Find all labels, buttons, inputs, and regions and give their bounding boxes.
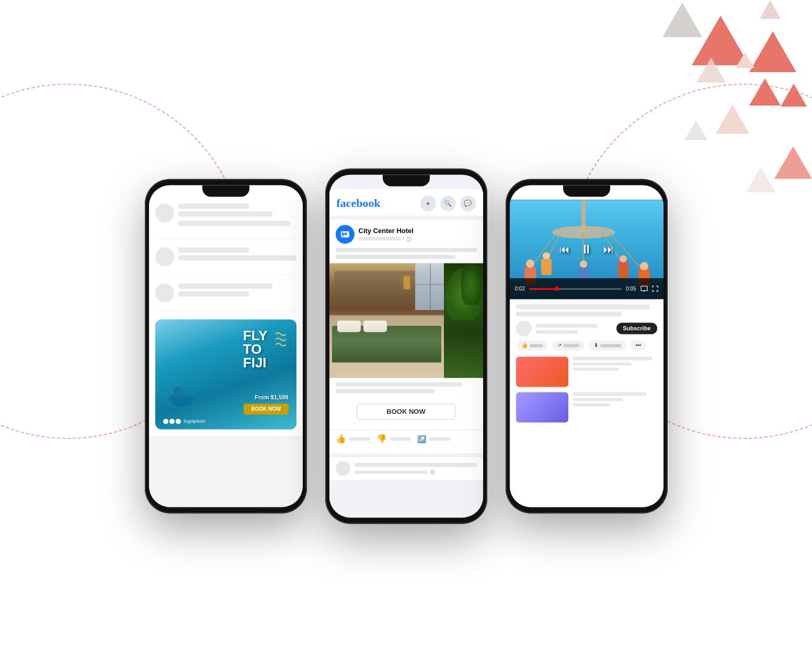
wave-decoration <box>273 329 289 355</box>
yt-progress-bar[interactable] <box>529 288 622 290</box>
fb-post-text <box>329 248 483 263</box>
fb-comment-send: ⊕ <box>430 469 435 475</box>
feed-content-2 <box>178 247 296 266</box>
yt-thumbnail-1 <box>516 356 568 387</box>
ad-text-block: FLYTOFIJI <box>243 329 268 369</box>
svg-point-31 <box>580 260 587 268</box>
fb-skeleton-time <box>359 237 401 240</box>
yt-screen-icon[interactable] <box>641 285 648 292</box>
fb-comment-avatar <box>336 461 350 476</box>
feed-content-1 <box>178 203 296 230</box>
feed-content-3 <box>178 283 296 302</box>
hotel-room-image <box>329 263 444 378</box>
share-icon[interactable]: ↗️ <box>417 435 426 443</box>
triangle-light-1 <box>760 0 781 19</box>
triangle-coral-large <box>692 16 749 65</box>
fb-comment-input: ⊕ <box>354 462 477 475</box>
center-phone-screen: facebook + 🔍 💬 City C <box>329 175 483 517</box>
yt-sugg-channel-1 <box>573 362 632 365</box>
fb-desc-2 <box>336 389 434 393</box>
feed-avatar-2 <box>155 247 174 266</box>
yt-share-pill[interactable]: ↗ <box>552 340 585 350</box>
yt-more-pill[interactable]: ••• <box>631 340 647 350</box>
facebook-header: facebook + 🔍 💬 <box>329 189 483 215</box>
yt-channel-info <box>536 323 613 333</box>
svg-point-19 <box>526 259 534 268</box>
yt-prev-btn[interactable]: ⏮ <box>559 244 570 256</box>
yt-like-label <box>530 344 543 347</box>
svg-rect-24 <box>618 261 628 278</box>
triangle-outline-3 <box>716 105 749 134</box>
fb-book-now-container: BOOK NOW <box>329 403 483 427</box>
fb-search-icon[interactable]: 🔍 <box>440 195 456 211</box>
book-now-button[interactable]: BOOK NOW <box>244 403 288 414</box>
yt-content-area: Subscribe 👍 ↗ ⬇ <box>510 299 664 433</box>
yt-like-pill[interactable]: 👍 <box>516 340 548 350</box>
pillow-right <box>363 320 387 332</box>
fb-add-icon[interactable]: + <box>420 195 436 211</box>
svg-rect-8 <box>342 235 344 236</box>
yt-channel-name <box>536 323 597 328</box>
yt-subscribe-button[interactable]: Subscribe <box>616 322 657 334</box>
triangle-coral-small-2 <box>781 84 807 107</box>
yt-suggested-info-2 <box>573 392 657 422</box>
yt-next-btn[interactable]: ⏭ <box>603 244 614 256</box>
ad-logo: logoipsum <box>163 419 205 424</box>
logo-text: logoipsum <box>184 419 205 424</box>
pillow-left <box>337 320 361 332</box>
right-phone: ⏮ ⏸ ⏭ 0:02 0:05 <box>506 179 668 513</box>
center-phone-content: facebook + 🔍 💬 City C <box>329 175 483 517</box>
yt-bottom-controls: 0:02 0:05 <box>510 278 664 299</box>
dislike-icon[interactable]: 👎 <box>376 434 387 444</box>
yt-time-current: 0:02 <box>515 286 525 292</box>
fb-like-count <box>349 437 370 441</box>
wall-lamp <box>404 276 410 289</box>
yt-suggested-2 <box>516 392 657 422</box>
svg-rect-9 <box>344 234 347 235</box>
yt-progress-dot <box>555 286 559 291</box>
triangle-coral-medium <box>749 31 796 72</box>
yt-suggested-info-1 <box>573 356 657 387</box>
yt-channel-row: Subscribe <box>516 320 657 336</box>
fb-text-line-1 <box>336 248 477 252</box>
fb-post-header: City Center Hotel • <box>329 225 483 248</box>
yt-time-total: 0:05 <box>626 286 636 292</box>
yt-sugg-channel-2 <box>573 398 623 401</box>
left-phone-notch <box>202 185 249 196</box>
fb-reactions-row: 👍 👎 ↗️ <box>329 429 483 448</box>
yt-fullscreen-icon[interactable] <box>652 285 658 292</box>
facebook-post: City Center Hotel • <box>329 219 483 453</box>
fb-page-name: City Center Hotel <box>359 227 477 235</box>
fb-page-avatar <box>336 225 354 244</box>
yt-thumbnail-2 <box>516 392 568 422</box>
svg-point-2 <box>175 390 188 398</box>
phones-container: FLYTOFIJI From $1,599 BOOK NOW <box>145 168 668 524</box>
from-price: From $1,599 <box>255 394 288 400</box>
fb-comment-area: ⊕ <box>329 456 483 480</box>
yt-title-line-1 <box>516 304 650 309</box>
feed-item-1 <box>155 203 296 239</box>
svg-point-25 <box>620 255 627 262</box>
facebook-logo: facebook <box>337 196 381 210</box>
fb-messenger-icon[interactable]: 💬 <box>460 195 476 211</box>
side-image <box>444 263 483 378</box>
center-phone: facebook + 🔍 💬 City C <box>325 168 487 524</box>
svg-point-28 <box>640 262 648 270</box>
yt-sugg-title-2 <box>573 392 647 396</box>
svg-point-22 <box>543 252 550 259</box>
fb-text-line-2 <box>336 254 456 259</box>
fb-dislike-count <box>390 437 411 441</box>
feed-item-3 <box>155 283 296 311</box>
price-block: From $1,599 <box>255 394 288 400</box>
feed-item-2 <box>155 247 296 275</box>
yt-title-line-2 <box>516 311 622 316</box>
yt-play-pause-btn[interactable]: ⏸ <box>580 242 593 257</box>
yt-suggested-1 <box>516 356 657 387</box>
fb-book-now-button[interactable]: BOOK NOW <box>357 403 455 420</box>
fb-share-count <box>429 437 450 441</box>
diver-icon <box>163 374 200 411</box>
yt-progress-fill <box>529 288 557 290</box>
like-icon[interactable]: 👍 <box>336 434 346 444</box>
left-phone-screen: FLYTOFIJI From $1,599 BOOK NOW <box>149 185 303 507</box>
yt-download-pill[interactable]: ⬇ <box>589 340 626 350</box>
